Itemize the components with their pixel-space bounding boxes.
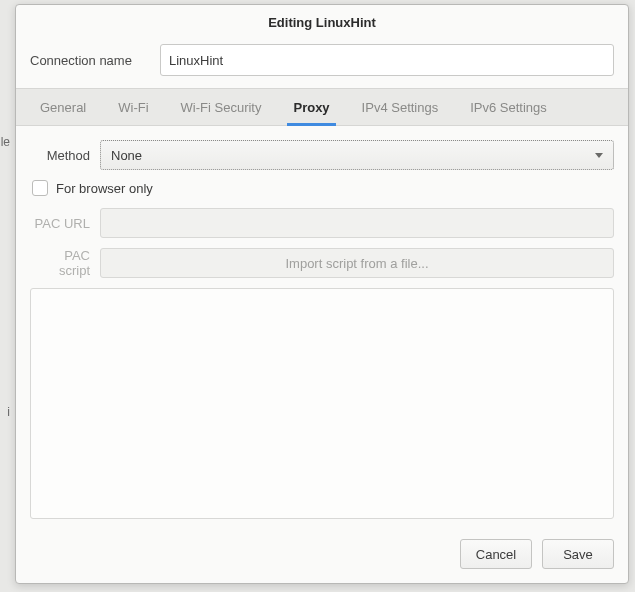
browser-only-row: For browser only [30,180,614,196]
edit-connection-dialog: Editing LinuxHint Connection name Genera… [15,4,629,584]
method-label: Method [30,148,100,163]
pac-url-row: PAC URL [30,208,614,238]
connection-name-row: Connection name [16,44,628,88]
cancel-button[interactable]: Cancel [460,539,532,569]
dialog-footer: Cancel Save [16,529,628,583]
tab-bar: General Wi-Fi Wi-Fi Security Proxy IPv4 … [16,88,628,126]
tab-wifi[interactable]: Wi-Fi [102,89,164,125]
method-combo[interactable]: None [100,140,614,170]
tab-wifi-security[interactable]: Wi-Fi Security [165,89,278,125]
import-script-button: Import script from a file... [100,248,614,278]
proxy-panel: Method None For browser only PAC URL PAC… [16,126,628,529]
browser-only-label: For browser only [56,181,153,196]
background-fragment: i [0,405,10,425]
tab-general[interactable]: General [24,89,102,125]
dialog-title: Editing LinuxHint [16,5,628,44]
method-value: None [111,148,142,163]
method-row: Method None [30,140,614,170]
connection-name-label: Connection name [30,53,160,68]
tab-ipv4-settings[interactable]: IPv4 Settings [346,89,455,125]
connection-name-input[interactable] [160,44,614,76]
pac-url-input [100,208,614,238]
pac-script-textarea [30,288,614,519]
tab-proxy[interactable]: Proxy [277,89,345,125]
pac-script-row: PAC script Import script from a file... [30,248,614,278]
browser-only-checkbox[interactable] [32,180,48,196]
background-fragment: le [0,135,10,155]
chevron-down-icon [595,153,603,158]
pac-url-label: PAC URL [30,216,100,231]
tab-ipv6-settings[interactable]: IPv6 Settings [454,89,563,125]
pac-script-label: PAC script [30,248,100,278]
save-button[interactable]: Save [542,539,614,569]
